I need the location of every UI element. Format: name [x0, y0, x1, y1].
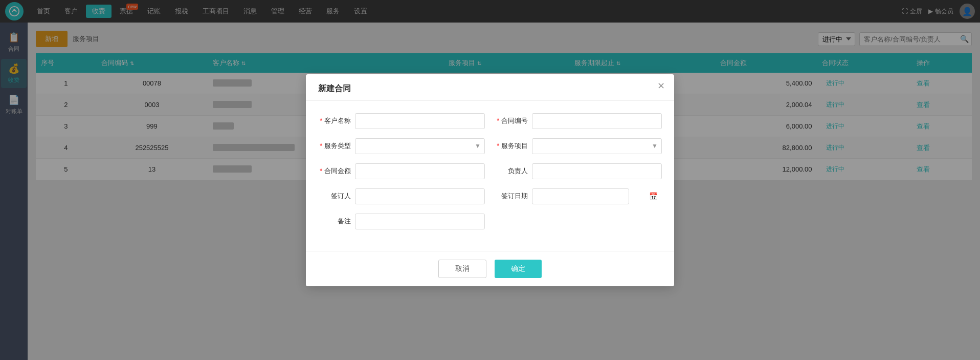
contract-no-input[interactable] [532, 113, 662, 129]
signer-input[interactable] [355, 188, 485, 204]
customer-name-input[interactable] [355, 113, 485, 129]
service-item-label: 服务项目 [495, 141, 532, 151]
form-group-service-type: 服务类型 ▼ [318, 138, 485, 154]
service-item-wrap: ▼ [532, 138, 662, 154]
form-group-remark: 备注 [318, 214, 485, 229]
cancel-button[interactable]: 取消 [438, 260, 486, 278]
form-group-customer: 客户名称 [318, 113, 485, 129]
form-row-3: 合同金额 0.00 负责人 [318, 163, 662, 179]
amount-input[interactable]: 0.00 [355, 163, 485, 179]
remark-input[interactable] [355, 214, 485, 229]
contract-no-label: 合同编号 [495, 116, 532, 125]
modal-overlay[interactable]: 新建合同 ✕ 客户名称 合同编号 服务类型 ▼ [0, 0, 980, 360]
customer-name-label: 客户名称 [318, 116, 355, 125]
remark-label: 备注 [318, 217, 355, 226]
signer-label: 签订人 [318, 192, 355, 201]
service-item-select[interactable] [532, 138, 662, 154]
calendar-icon: 📅 [649, 192, 658, 200]
modal-footer: 取消 确定 [306, 251, 674, 286]
form-row-5: 备注 [318, 214, 662, 229]
form-group-manager: 负责人 [495, 163, 662, 179]
modal-close-button[interactable]: ✕ [657, 81, 665, 91]
service-type-wrap: ▼ [355, 138, 485, 154]
sign-date-wrap: 2023-06-06 📅 [532, 188, 662, 204]
form-row-4: 签订人 签订日期 2023-06-06 📅 [318, 188, 662, 204]
service-type-select[interactable] [355, 138, 485, 154]
sign-date-label: 签订日期 [495, 192, 532, 201]
form-group-service-item: 服务项目 ▼ [495, 138, 662, 154]
form-group-sign-date: 签订日期 2023-06-06 📅 [495, 188, 662, 204]
sign-date-input[interactable]: 2023-06-06 [532, 188, 629, 204]
modal-title: 新建合同 [306, 74, 674, 101]
amount-label: 合同金额 [318, 166, 355, 176]
modal-body: 客户名称 合同编号 服务类型 ▼ 服务项目 [306, 101, 674, 251]
form-row-2: 服务类型 ▼ 服务项目 ▼ [318, 138, 662, 154]
service-type-label: 服务类型 [318, 141, 355, 151]
confirm-button[interactable]: 确定 [495, 260, 542, 278]
manager-label: 负责人 [495, 166, 532, 176]
form-group-contract-no: 合同编号 [495, 113, 662, 129]
form-group-signer: 签订人 [318, 188, 485, 204]
form-row-1: 客户名称 合同编号 [318, 113, 662, 129]
new-contract-modal: 新建合同 ✕ 客户名称 合同编号 服务类型 ▼ [306, 74, 674, 286]
manager-input[interactable] [532, 163, 662, 179]
form-group-amount: 合同金额 0.00 [318, 163, 485, 179]
